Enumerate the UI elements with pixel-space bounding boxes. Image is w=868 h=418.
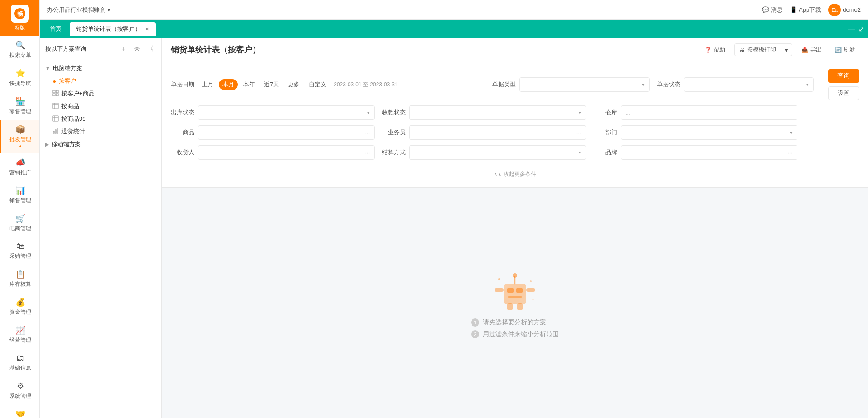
salesperson-control[interactable]: ··· (409, 125, 586, 140)
sidebar-item-coop[interactable]: 🤝 企业协同 (0, 404, 39, 418)
collapse-filter-label: 收起更多条件 (504, 171, 536, 178)
sidebar-item-sales-mgmt[interactable]: 📊 销售管理 (0, 181, 39, 209)
wholesale-expand-icon: ▲ (18, 143, 23, 148)
sidebar-item-ecommerce[interactable]: 🛒 电商管理 (0, 209, 39, 237)
scheme-by-product-99[interactable]: 按商品99 (47, 113, 161, 125)
svg-rect-15 (57, 129, 58, 133)
mobile-section[interactable]: ▶ 移动端方案 (40, 138, 161, 151)
order-status-control[interactable]: ▾ (684, 77, 814, 92)
mobile-section-expand-icon: ▶ (45, 142, 49, 147)
settings-scheme-btn[interactable] (132, 43, 142, 54)
query-btn[interactable]: 查询 (828, 69, 859, 83)
scheme-return-stat[interactable]: 退货统计 (47, 125, 161, 138)
sidebar-item-purchase-label: 采购管理 (9, 252, 31, 260)
sidebar-item-system[interactable]: ⚙ 系统管理 (0, 376, 39, 404)
date-tab-last-7days[interactable]: 近7天 (260, 79, 283, 90)
marketing-icon: 📣 (15, 157, 25, 167)
scheme-by-customer[interactable]: ● 按客户 (47, 75, 161, 87)
settlement-chevron-icon: ▾ (579, 150, 581, 156)
date-tab-last-month[interactable]: 上月 (198, 79, 217, 90)
department-chevron-icon: ▾ (790, 130, 793, 136)
svg-rect-14 (55, 130, 56, 133)
warehouse-control[interactable]: ... (621, 105, 797, 120)
app-download-btn[interactable]: 📱 App下载 (790, 6, 821, 14)
date-tab-custom[interactable]: 自定义 (305, 79, 330, 90)
template-print-label-part[interactable]: 🖨 按模板打印 (735, 44, 781, 56)
settlement-control[interactable]: ▾ (409, 145, 586, 160)
purchase-icon: 🛍 (16, 242, 24, 251)
message-icon: 💬 (762, 6, 769, 13)
sidebar-item-finance[interactable]: 💰 资金管理 (0, 293, 39, 321)
sidebar-item-inventory[interactable]: 📋 库存核算 (0, 265, 39, 293)
payment-control[interactable]: ▾ (409, 105, 586, 120)
desktop-section[interactable]: ▼ 电脑端方案 (40, 62, 161, 75)
refresh-btn[interactable]: 🔄 刷新 (831, 44, 859, 56)
scheme-table-icon (52, 103, 59, 110)
sidebar-item-search[interactable]: 🔍 搜索菜单 (0, 36, 39, 64)
username: demo2 (843, 6, 861, 13)
payment-chevron-icon: ▾ (579, 110, 581, 116)
account-switcher[interactable]: 办公用品行业模拟账套 ▾ (47, 6, 111, 14)
sidebar-item-marketing-label: 营销推广 (9, 169, 31, 176)
empty-hint-1: 1 请先选择要分析的方案 (471, 318, 559, 327)
product-control[interactable]: ··· (198, 125, 375, 140)
svg-rect-18 (516, 288, 523, 293)
sidebar-item-purchase[interactable]: 🛍 采购管理 (0, 237, 39, 265)
svg-rect-5 (53, 94, 55, 96)
date-tab-this-month[interactable]: 本月 (219, 79, 238, 90)
sidebar-item-shortcut[interactable]: ⭐ 快捷导航 (0, 64, 39, 92)
order-type-control[interactable]: ▾ (519, 77, 650, 92)
sidebar: 畅 标版 🔍 搜索菜单 ⭐ 快捷导航 🏪 零售管理 📦 批发管理 ▲ 📣 营销推… (0, 0, 40, 418)
scheme-by-product-99-label: 按商品99 (61, 115, 85, 123)
collapse-filter-btn[interactable]: ∧∧ 收起更多条件 (488, 169, 542, 180)
tab-minimize-btn[interactable]: — (848, 25, 855, 33)
svg-rect-22 (495, 288, 504, 292)
sidebar-item-marketing[interactable]: 📣 营销推广 (0, 153, 39, 181)
sidebar-item-basic[interactable]: 🗂 基础信息 (0, 349, 39, 376)
order-status-filter-item: 单据状态 ▾ (657, 77, 814, 92)
scheme-by-product[interactable]: 按商品 (47, 100, 161, 113)
template-print-dropdown[interactable]: ▾ (781, 45, 792, 55)
message-btn[interactable]: 💬 消息 (762, 6, 783, 14)
tab-sales-stat[interactable]: 销货单统计表（按客户） ✕ (70, 22, 156, 36)
settlement-label: 结算方式 (382, 148, 406, 157)
settings-btn[interactable]: 设置 (828, 86, 859, 100)
scheme-by-customer-product[interactable]: 按客户+商品 (47, 87, 161, 100)
add-scheme-btn[interactable]: + (118, 43, 129, 54)
tab-home[interactable]: 首页 (43, 22, 68, 36)
left-panel: 按以下方案查询 + 《 ▼ 电脑端方案 ● (40, 38, 162, 418)
user-profile[interactable]: Ea demo2 (828, 4, 861, 16)
product-dots: ··· (365, 129, 370, 136)
outbound-control[interactable]: ▾ (198, 105, 375, 120)
department-control[interactable]: ▾ (621, 125, 797, 140)
sidebar-logo[interactable]: 畅 标版 (0, 0, 40, 36)
sidebar-item-retail-label: 零售管理 (9, 108, 31, 115)
tab-close-icon[interactable]: ✕ (145, 26, 149, 32)
consignee-control[interactable]: ··· (198, 145, 375, 160)
print-icon: 🖨 (739, 47, 745, 53)
template-print-btn[interactable]: 🖨 按模板打印 ▾ (734, 43, 792, 56)
salesperson-label: 业务员 (382, 128, 406, 137)
app-download-icon: 📱 (790, 6, 797, 13)
help-btn[interactable]: ❓ 帮助 (701, 44, 729, 56)
brand-control[interactable]: ··· (621, 145, 797, 160)
date-filter-item: 单据日期 上月 本月 本年 近7天 更多 自定义 2023-03-01 至 20… (171, 79, 485, 90)
settlement-filter-item: 结算方式 ▾ (382, 145, 586, 160)
salesperson-dots: ··· (576, 129, 581, 136)
collapse-panel-btn[interactable]: 《 (145, 43, 156, 54)
sidebar-item-wholesale[interactable]: 📦 批发管理 ▲ (0, 120, 39, 153)
collapse-row: ∧∧ 收起更多条件 (171, 165, 859, 180)
sidebar-item-retail[interactable]: 🏪 零售管理 (0, 92, 39, 120)
top-header: 办公用品行业模拟账套 ▾ 💬 消息 📱 App下载 Ea demo2 (40, 0, 868, 20)
svg-point-26 (498, 278, 500, 280)
export-btn[interactable]: 📤 导出 (797, 44, 826, 56)
empty-state: 1 请先选择要分析的方案 2 用过滤条件来缩小分析范围 (162, 188, 868, 418)
date-tab-this-year[interactable]: 本年 (240, 79, 259, 90)
sidebar-item-operation[interactable]: 📈 经营管理 (0, 321, 39, 349)
sidebar-item-finance-label: 资金管理 (9, 309, 31, 316)
date-tab-more[interactable]: 更多 (284, 79, 303, 90)
department-filter-item: 部门 ▾ (594, 125, 797, 140)
system-icon: ⚙ (17, 381, 24, 391)
action-buttons: 查询 设置 (821, 69, 859, 100)
tab-maximize-btn[interactable]: ⤢ (859, 25, 864, 33)
